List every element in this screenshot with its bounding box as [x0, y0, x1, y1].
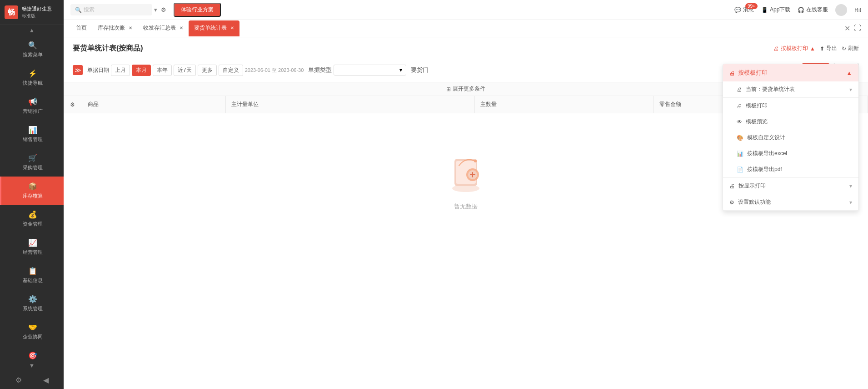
template-print-btn[interactable]: 🖨 按模板打印 ▲: [773, 45, 815, 52]
sidebar-item-label-finance: 资金管理: [23, 221, 43, 227]
sidebar-scroll-up[interactable]: ▲: [0, 25, 64, 35]
dropdown-display-print[interactable]: 🖨 按显示打印 ▾: [723, 178, 858, 194]
tab-order-stats[interactable]: 要货单统计表 ✕: [189, 20, 239, 36]
service-icon: 🎧: [798, 7, 804, 13]
dropdown-set-default-section: ⚙ 设置默认功能 ▾: [723, 194, 858, 211]
app-icon: 📱: [761, 7, 768, 13]
app-download-btn[interactable]: 📱 App下载: [761, 6, 790, 14]
basic-icon: 📋: [28, 267, 37, 275]
tab-batch-account-close[interactable]: ✕: [129, 25, 132, 30]
date-range-text: 2023-06-01 至 2023-06-30: [245, 67, 304, 74]
topbar-search[interactable]: 🔍 搜索: [70, 4, 152, 15]
sidebar-collapse-icon[interactable]: ◀: [43, 376, 49, 384]
dropdown-item-template-excel[interactable]: 📊 按模板导出excel: [723, 146, 858, 162]
marketing-icon: 📢: [28, 97, 37, 106]
template-pdf-text: 按模板导出pdf: [747, 166, 782, 173]
sidebar-item-inventory[interactable]: 📦 库存核算: [0, 177, 64, 205]
set-default-icon: ⚙: [729, 199, 734, 206]
date-filter-label: 单据日期: [87, 66, 109, 74]
doc-type-select[interactable]: ▾: [334, 65, 406, 76]
page-actions: 🖨 按模板打印 ▲ ⬆ 导出 ↻ 刷新: [773, 45, 859, 52]
logo-text-block: 畅捷通好生意 标准版: [22, 5, 52, 19]
date-btn-week7[interactable]: 近7天: [174, 65, 196, 76]
dropdown-close-arrow[interactable]: ▲: [846, 70, 852, 76]
sidebar-item-basic[interactable]: 📋 基础信息: [0, 261, 64, 289]
svg-point-7: [474, 160, 477, 162]
date-btn-current[interactable]: 本月: [132, 65, 151, 76]
page-header: 要货单统计表(按商品) 🖨 按模板打印 ▲ ⬆ 导出 ↻ 刷新: [64, 37, 868, 58]
tab-maximize-btn[interactable]: ⛶: [854, 24, 861, 33]
system-icon: ⚙️: [28, 295, 37, 303]
tab-receipt-summary[interactable]: 收发存汇总表 ✕: [138, 20, 189, 36]
set-default-text: 设置默认功能: [738, 198, 771, 206]
template-print-item-icon: 🖨: [737, 103, 742, 109]
tab-close-btn[interactable]: ✕: [844, 24, 850, 33]
filter-expand-icon[interactable]: ≫: [73, 65, 83, 75]
user-name: Rit: [854, 7, 861, 13]
dropdown-set-default[interactable]: ⚙ 设置默认功能 ▾: [723, 194, 858, 210]
sidebar-item-guide[interactable]: 🎯 新手引导: [0, 346, 64, 360]
sidebar-item-operation[interactable]: 📈 经营管理: [0, 233, 64, 261]
user-avatar[interactable]: [835, 4, 847, 16]
tab-home[interactable]: 首页: [70, 20, 92, 36]
sidebar-settings-icon[interactable]: ⚙: [15, 376, 22, 384]
date-btn-custom[interactable]: 自定义: [219, 65, 243, 76]
message-btn[interactable]: 💬 消息 99+: [734, 6, 754, 14]
date-btn-year[interactable]: 本年: [153, 65, 172, 76]
sidebar-item-label-quicknav: 快捷导航: [23, 80, 43, 86]
guide-icon: 🎯: [28, 351, 37, 360]
sidebar-item-system[interactable]: ⚙️ 系统管理: [0, 289, 64, 318]
display-print-label: 🖨 按显示打印: [729, 182, 766, 190]
empty-illustration: [443, 150, 489, 195]
sidebar-item-purchase[interactable]: 🛒 采购管理: [0, 148, 64, 177]
sidebar-item-label-system: 系统管理: [23, 305, 43, 312]
export-btn[interactable]: ⬆ 导出: [820, 45, 837, 52]
topbar-settings-icon[interactable]: ⚙: [161, 6, 166, 13]
display-print-icon: 🖨: [729, 183, 735, 189]
trial-button[interactable]: 体验行业方案: [174, 3, 221, 17]
template-design-icon: 🎨: [737, 135, 743, 141]
search-nav-icon: 🔍: [28, 41, 37, 50]
expand-more-label: 展开更多条件: [453, 85, 485, 93]
template-excel-text: 按模板导出excel: [747, 150, 787, 157]
sidebar-scroll-down[interactable]: ▼: [0, 360, 64, 371]
tab-batch-account-label: 库存批次账: [98, 24, 125, 32]
sidebar-item-quicknav[interactable]: ⚡ 快捷导航: [0, 64, 64, 92]
dropdown-current-label: 🖨 当前：要货单统计表: [737, 86, 795, 93]
tab-order-stats-label: 要货单统计表: [194, 24, 227, 32]
inventory-icon: 📦: [28, 182, 37, 191]
topbar-down-arrow[interactable]: ▾: [154, 6, 157, 13]
dropdown-current-section: 🖨 当前：要货单统计表 ▾: [723, 81, 858, 98]
dropdown-item-template-pdf[interactable]: 📄 按模板导出pdf: [723, 162, 858, 177]
col-settings[interactable]: ⚙: [64, 96, 82, 113]
dropdown-item-template-print[interactable]: 🖨 模板打印: [723, 98, 858, 114]
service-btn[interactable]: 🎧 在线客服: [798, 6, 828, 14]
message-icon: 💬: [734, 7, 741, 13]
export-icon: ⬆: [820, 45, 824, 52]
dropdown-print-items: 🖨 模板打印 👁 模板预览 🎨 模板自定义设计 📊 按模板导出excel: [723, 98, 858, 178]
dropdown-item-template-preview[interactable]: 👁 模板预览: [723, 114, 858, 130]
tab-receipt-summary-close[interactable]: ✕: [180, 25, 183, 30]
sidebar-item-finance[interactable]: 💰 资金管理: [0, 205, 64, 233]
sidebar-item-coop[interactable]: 🤝 企业协同: [0, 318, 64, 346]
template-preview-text: 模板预览: [746, 118, 768, 126]
sidebar-item-sales[interactable]: 📊 销售管理: [0, 120, 64, 148]
dropdown-current-item[interactable]: 🖨 当前：要货单统计表 ▾: [723, 81, 858, 97]
refresh-label: 刷新: [848, 45, 859, 52]
dropdown-item-template-design[interactable]: 🎨 模板自定义设计: [723, 130, 858, 146]
refresh-btn[interactable]: ↻ 刷新: [842, 45, 859, 52]
tab-order-stats-close[interactable]: ✕: [230, 25, 234, 30]
topbar-right: 💬 消息 99+ 📱 App下载 🎧 在线客服 Rit: [734, 4, 861, 16]
expand-more-btn[interactable]: ⊞ 展开更多条件: [446, 85, 485, 93]
date-btn-more[interactable]: 更多: [198, 65, 217, 76]
sidebar-logo: 畅 畅捷通好生意 标准版: [0, 0, 64, 25]
item-template-preview-label: 👁 模板预览: [737, 118, 768, 126]
date-btn-prev[interactable]: 上月: [111, 65, 130, 76]
col-settings-icon: ⚙: [70, 101, 75, 108]
display-print-arrow: ▾: [849, 183, 852, 189]
sidebar-item-search[interactable]: 🔍 搜索菜单: [0, 35, 64, 64]
tab-batch-account[interactable]: 库存批次账 ✕: [92, 20, 138, 36]
sidebar-item-marketing[interactable]: 📢 营销推广: [0, 92, 64, 120]
doc-type-arrow: ▾: [399, 67, 402, 73]
page-title: 要货单统计表(按商品): [73, 44, 143, 53]
